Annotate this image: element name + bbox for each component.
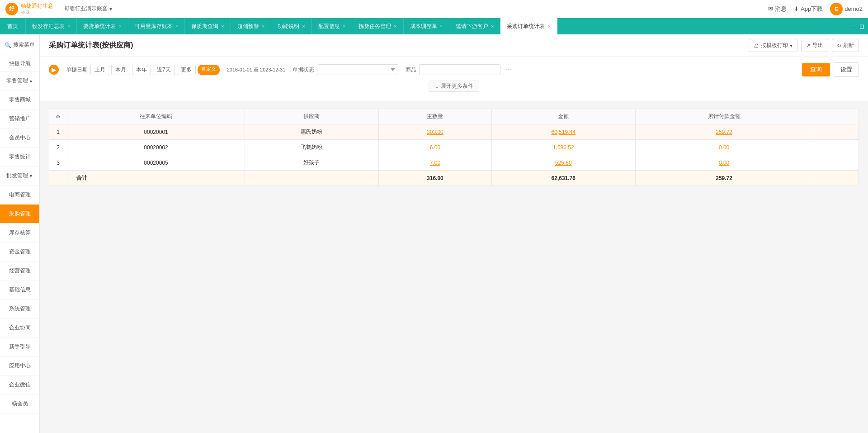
sidebar-item-ecommerce[interactable]: 电商管理 xyxy=(0,186,39,205)
close-icon[interactable]: × xyxy=(302,24,305,29)
sidebar-item-marketing[interactable]: 营销推广 xyxy=(0,109,39,128)
tab-caigou-active[interactable]: 采购订单统计表 × xyxy=(500,18,557,34)
close-icon[interactable]: × xyxy=(343,24,345,29)
cell-supplier: 飞鹤奶粉 xyxy=(245,140,379,155)
search-menu-button[interactable]: 🔍 搜索菜单 xyxy=(4,39,36,51)
tab-yaohuo[interactable]: 要货单统计表 × xyxy=(77,18,128,34)
date-label: 单据日期 xyxy=(66,66,88,74)
date-btn-this-month[interactable]: 本月 xyxy=(111,65,130,75)
cell-qty: 7.00 xyxy=(378,155,491,171)
filter-area: ▶ 单据日期 上月 本月 本年 近7天 更多 自定义 2016-01-01 至 … xyxy=(40,57,868,101)
expand-button[interactable]: ⌄ 展开更多条件 xyxy=(429,81,479,92)
chevron-down-icon: ⌄ xyxy=(434,83,439,90)
close-icon[interactable]: × xyxy=(221,24,224,29)
table-row[interactable]: 2 00020002 飞鹤奶粉 6.00 1,586.52 0.00 xyxy=(49,140,859,155)
sidebar-item-wholesale[interactable]: 批发管理 ▼ xyxy=(0,167,39,186)
close-icon[interactable]: × xyxy=(262,24,264,29)
maximize-icon[interactable]: ⊡ xyxy=(859,23,864,30)
tab-jianhuo[interactable]: 拣货任务管理 × xyxy=(352,18,403,34)
page-header-actions: 🖨 按模板打印 ▾ ↗ 导出 ↻ 刷新 xyxy=(749,39,859,52)
close-icon[interactable]: × xyxy=(394,24,396,29)
filter-row-main: ▶ 单据日期 上月 本月 本年 近7天 更多 自定义 2016-01-01 至 … xyxy=(49,62,859,77)
close-icon[interactable]: × xyxy=(547,24,550,29)
sidebar-item-operations[interactable]: 经营管理 xyxy=(0,262,39,281)
cell-seq: 2 xyxy=(49,140,67,155)
cell-code: 00020005 xyxy=(67,155,245,171)
tab-keyongliang[interactable]: 可用量库存账本 × xyxy=(128,18,185,34)
table-header-row: ⚙ 往来单位编码 供应商 主数量 金额 累计付款金额 xyxy=(49,109,859,124)
col-paid-header: 累计付款金额 xyxy=(635,109,813,124)
table-row[interactable]: 3 00020005 好孩子 7.00 525.80 0.00 xyxy=(49,155,859,171)
sidebar-item-finance[interactable]: 资金管理 xyxy=(0,243,39,262)
tab-chengben[interactable]: 成本调整单 × xyxy=(404,18,449,34)
filter-date-range-display: 2016-01-01 至 2023-12-31 xyxy=(227,67,286,73)
sidebar-item-newguide[interactable]: 新手引导 xyxy=(0,338,39,357)
settings-icon[interactable]: ⚙ xyxy=(56,114,61,120)
table-row[interactable]: 1 00020001 惠氏奶粉 303.00 60,519.44 259.72 xyxy=(49,124,859,140)
sidebar-item-purchase[interactable]: 采购管理 xyxy=(0,205,39,224)
status-select[interactable] xyxy=(317,64,398,75)
tab-shoufacun[interactable]: 收发存汇总表 × xyxy=(26,18,77,34)
tab-peizhi[interactable]: 配置信息 × xyxy=(312,18,352,34)
user-profile[interactable]: E demo2 xyxy=(830,3,863,15)
sidebar-item-member[interactable]: 会员中心 xyxy=(0,128,39,148)
tab-baozhi[interactable]: 保质期查询 × xyxy=(185,18,231,34)
page-title: 采购订单统计表(按供应商) xyxy=(49,41,133,50)
footer-amount: 62,631.76 xyxy=(491,171,635,186)
tab-gongneng[interactable]: 功能说明 × xyxy=(271,18,311,34)
app-body: 🔍 搜索菜单 快捷导航 零售管理 ▲ 零售商城 营销推广 会员中心 零售统计 批… xyxy=(0,34,868,433)
close-icon[interactable]: × xyxy=(175,24,178,29)
date-custom-badge[interactable]: 自定义 xyxy=(198,65,220,75)
quick-nav-button[interactable]: 快捷导航 xyxy=(0,56,39,71)
tab-home[interactable]: 首页 xyxy=(0,18,26,34)
cell-seq: 3 xyxy=(49,155,67,171)
sidebar-item-basic-info[interactable]: 基础信息 xyxy=(0,281,39,300)
date-quick-buttons: 上月 本月 本年 近7天 更多 自定义 xyxy=(90,65,220,75)
chevron-up-icon: ▲ xyxy=(29,78,33,83)
setting-button[interactable]: 设置 xyxy=(834,62,859,77)
refresh-button[interactable]: ↻ 刷新 xyxy=(832,39,859,52)
status-label: 单据状态 xyxy=(292,66,314,74)
close-icon[interactable]: × xyxy=(491,24,494,29)
workspace-selector[interactable]: 母婴行业演示账套 ▾ xyxy=(64,5,112,13)
collapse-toggle[interactable]: ▶ xyxy=(49,65,59,75)
export-button[interactable]: ↗ 导出 xyxy=(801,39,828,52)
close-icon[interactable]: × xyxy=(118,24,121,29)
goods-label: 商品 xyxy=(406,66,416,74)
search-button[interactable]: 查询 xyxy=(802,63,830,76)
sidebar-item-enterprise[interactable]: 企业协同 xyxy=(0,319,39,338)
ellipsis-icon[interactable]: ··· xyxy=(503,66,513,74)
sidebar-item-appcenter[interactable]: 应用中心 xyxy=(0,357,39,376)
date-btn-more[interactable]: 更多 xyxy=(177,65,196,75)
cell-paid: 0.00 xyxy=(635,155,813,171)
sidebar-item-retail-stats[interactable]: 零售统计 xyxy=(0,148,39,167)
tab-chaozhu[interactable]: 超储预警 × xyxy=(231,18,271,34)
print-button[interactable]: 🖨 按模板打印 ▾ xyxy=(749,39,797,52)
minimize-icon[interactable]: — xyxy=(850,23,856,30)
sidebar-item-retail-shop[interactable]: 零售商城 xyxy=(0,90,39,109)
footer-qty: 316.00 xyxy=(378,171,491,186)
cell-supplier: 好孩子 xyxy=(245,155,379,171)
date-btn-this-year[interactable]: 本年 xyxy=(132,65,151,75)
tab-yaoqing[interactable]: 邀请下游客户 × xyxy=(449,18,500,34)
sidebar-item-system[interactable]: 系统管理 xyxy=(0,300,39,319)
cell-seq: 1 xyxy=(49,124,67,140)
date-btn-last-month[interactable]: 上月 xyxy=(90,65,109,75)
main-content: 采购订单统计表(按供应商) 🖨 按模板打印 ▾ ↗ 导出 ↻ 刷新 xyxy=(40,34,868,433)
close-icon[interactable]: × xyxy=(67,24,70,29)
top-bar-right: ✉ 消息 ⬇ App下载 E demo2 xyxy=(768,3,863,15)
top-bar-left: 好 畅捷通好生意 标版 母婴行业演示账套 ▾ xyxy=(5,3,112,15)
app-download-button[interactable]: ⬇ App下载 xyxy=(794,5,823,13)
date-btn-7days[interactable]: 近7天 xyxy=(153,65,175,75)
download-icon: ⬇ xyxy=(794,5,799,12)
refresh-icon: ↻ xyxy=(837,43,841,49)
cell-code: 00020001 xyxy=(67,124,245,140)
goods-input[interactable] xyxy=(419,64,500,75)
sidebar-item-vip[interactable]: 畅会员 xyxy=(0,395,39,414)
sidebar-item-wechat[interactable]: 企业微信 xyxy=(0,376,39,395)
sidebar-item-retail-management[interactable]: 零售管理 ▲ xyxy=(0,71,39,90)
sidebar-item-inventory[interactable]: 库存核算 xyxy=(0,224,39,243)
message-button[interactable]: ✉ 消息 xyxy=(768,5,787,13)
export-icon: ↗ xyxy=(806,43,811,49)
close-icon[interactable]: × xyxy=(440,24,443,29)
